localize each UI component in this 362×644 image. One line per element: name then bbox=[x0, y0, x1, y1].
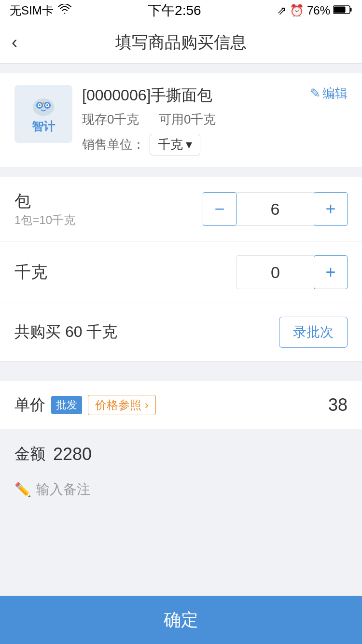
package-minus-button[interactable]: − bbox=[203, 192, 237, 226]
svg-point-9 bbox=[46, 104, 48, 106]
package-plus-button[interactable]: + bbox=[314, 192, 348, 226]
carrier-text: 无SIM卡 bbox=[10, 3, 54, 18]
product-card: 智计 [0000006]手撕面包 现存0千克 可用0千克 销售单位： 千克 ▾ … bbox=[0, 73, 362, 167]
remark-row[interactable]: ✏️ 输入备注 bbox=[14, 473, 348, 506]
svg-point-3 bbox=[33, 98, 54, 116]
status-left: 无SIM卡 bbox=[10, 3, 72, 18]
divider-2 bbox=[0, 362, 362, 371]
status-time: 下午2:56 bbox=[148, 1, 201, 20]
product-info: [0000006]手撕面包 现存0千克 可用0千克 销售单位： 千克 ▾ bbox=[82, 85, 348, 155]
package-input-row: 包 1包=10千克 − + bbox=[0, 177, 362, 242]
package-qty-control: − + bbox=[203, 192, 348, 226]
wifi-icon bbox=[57, 4, 72, 17]
product-image: 智计 bbox=[14, 85, 72, 143]
price-label-group: 单价 批发 价格参照 › bbox=[14, 394, 156, 416]
location-icon: ⇗ bbox=[277, 4, 287, 17]
nav-bar: ‹ 填写商品购买信息 bbox=[0, 21, 362, 64]
unit-select[interactable]: 千克 ▾ bbox=[150, 134, 200, 155]
alarm-icon: ⏰ bbox=[290, 4, 304, 17]
svg-rect-1 bbox=[350, 8, 352, 12]
chevron-down-icon: ▾ bbox=[186, 137, 192, 152]
status-right: ⇗ ⏰ 76% bbox=[277, 4, 352, 17]
summary-row: 共购买 60 千克 录批次 bbox=[0, 303, 362, 362]
input-section: 包 1包=10千克 − + 千克 + bbox=[0, 177, 362, 303]
divider-1 bbox=[0, 167, 362, 177]
back-button[interactable]: ‹ bbox=[12, 32, 17, 53]
status-bar: 无SIM卡 下午2:56 ⇗ ⏰ 76% bbox=[0, 0, 362, 21]
owl-brand: 智计 bbox=[32, 119, 55, 134]
battery-text: 76% bbox=[307, 4, 330, 17]
edit-button[interactable]: ✎ 编辑 bbox=[310, 85, 348, 102]
package-label: 包 1包=10千克 bbox=[14, 190, 75, 228]
remark-icon: ✏️ bbox=[14, 482, 31, 498]
summary-text: 共购买 60 千克 bbox=[14, 322, 117, 343]
price-section: 单价 批发 价格参照 › 38 bbox=[0, 381, 362, 429]
confirm-button[interactable]: 确定 bbox=[0, 596, 362, 644]
kg-plus-button[interactable]: + bbox=[314, 255, 348, 289]
product-name: [0000006]手撕面包 bbox=[82, 85, 348, 106]
kg-qty-control: + bbox=[237, 255, 348, 289]
battery-icon bbox=[333, 4, 352, 17]
edit-icon: ✎ bbox=[310, 86, 320, 101]
price-ref-button[interactable]: 价格参照 › bbox=[88, 395, 156, 415]
svg-point-8 bbox=[39, 104, 41, 106]
product-unit-row: 销售单位： 千克 ▾ bbox=[82, 134, 348, 155]
package-qty-input[interactable] bbox=[237, 192, 314, 226]
batch-button[interactable]: 录批次 bbox=[279, 317, 348, 348]
pifa-tag: 批发 bbox=[51, 396, 82, 414]
amount-section: 金额 2280 ✏️ 输入备注 bbox=[0, 429, 362, 506]
kg-input-row: 千克 + bbox=[0, 242, 362, 303]
remark-text: 输入备注 bbox=[36, 480, 90, 499]
svg-rect-2 bbox=[334, 6, 346, 13]
kg-label: 千克 bbox=[14, 261, 47, 283]
amount-row: 金额 2280 bbox=[14, 444, 348, 465]
price-value: 38 bbox=[328, 395, 348, 415]
kg-qty-input[interactable] bbox=[237, 255, 314, 289]
page-title: 填写商品购买信息 bbox=[115, 31, 247, 54]
price-row: 单价 批发 价格参照 › 38 bbox=[14, 394, 348, 416]
product-stock: 现存0千克 可用0千克 bbox=[82, 111, 348, 128]
